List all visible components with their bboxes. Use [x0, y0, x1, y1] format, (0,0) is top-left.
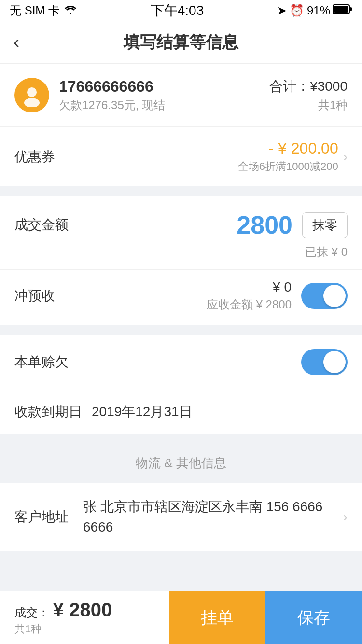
prepay-receivable: 应收金额 ¥ 2800 — [207, 297, 292, 312]
address-chevron-icon: › — [343, 509, 348, 525]
arrears-label: 本单赊欠 — [14, 353, 69, 371]
logistics-line-left — [14, 463, 126, 463]
chevron-right-icon: › — [343, 149, 348, 165]
prepay-amount: ¥ 0 — [207, 280, 292, 295]
bottom-deal-line: 成交： ¥ 2800 — [14, 599, 154, 621]
prepay-right: ¥ 0 应收金额 ¥ 2800 — [207, 280, 348, 312]
svg-point-3 — [27, 87, 37, 97]
avatar — [14, 78, 49, 112]
deal-number: 2800 — [237, 210, 292, 239]
bottom-count: 共1种 — [14, 622, 154, 636]
coupon-label: 优惠券 — [14, 148, 55, 166]
content: 17666666666 欠款1276.35元, 现结 合计：¥3000 共1种 … — [0, 64, 362, 618]
customer-row: 17666666666 欠款1276.35元, 现结 合计：¥3000 共1种 — [0, 64, 362, 126]
save-button[interactable]: 保存 — [265, 591, 362, 644]
address-row[interactable]: 客户地址 张 北京市市辖区海淀区永丰南 156 6666 6666 › — [0, 483, 362, 551]
prepay-value-block: ¥ 0 应收金额 ¥ 2800 — [207, 280, 292, 312]
bottom-summary: 成交： ¥ 2800 共1种 — [0, 599, 169, 636]
deal-right: 2800 抹零 — [237, 210, 348, 239]
page-title: 填写结算等信息 — [124, 31, 238, 54]
customer-info: 17666666666 欠款1276.35元, 现结 — [59, 78, 165, 113]
deal-amount-row: 成交金额 2800 抹零 — [0, 196, 362, 244]
prepay-row: 冲预收 ¥ 0 应收金额 ¥ 2800 — [0, 269, 362, 325]
bottom-deal-label: 成交： — [14, 606, 49, 619]
logistics-header: 物流 & 其他信息 — [0, 443, 362, 483]
customer-right: 合计：¥3000 共1种 — [269, 77, 348, 113]
deal-amount-card: 成交金额 2800 抹零 已抹 ¥ 0 冲预收 ¥ 0 应收金额 ¥ 2800 — [0, 196, 362, 325]
coupon-value-block: - ¥ 200.00 全场6折满1000减200 — [238, 140, 338, 174]
due-date-label: 收款到期日 — [14, 403, 82, 421]
svg-rect-1 — [350, 7, 352, 11]
svg-rect-2 — [334, 6, 348, 13]
address-value: 张 北京市市辖区海淀区永丰南 156 6666 6666 — [83, 497, 343, 537]
status-time: 下午4:03 — [151, 1, 204, 20]
coupon-discount: - ¥ 200.00 — [238, 140, 338, 157]
customer-left: 17666666666 欠款1276.35元, 现结 — [14, 78, 165, 113]
prepay-label: 冲预收 — [14, 287, 55, 305]
customer-phone: 17666666666 — [59, 78, 165, 96]
address-label: 客户地址 — [14, 508, 69, 526]
logistics-line-right — [236, 463, 348, 463]
wifi-icon — [64, 4, 77, 17]
total-count: 共1种 — [269, 98, 348, 113]
pending-button[interactable]: 挂单 — [169, 591, 265, 644]
sim-status: 无 SIM 卡 — [10, 3, 60, 18]
battery-level: 91% — [307, 4, 330, 17]
customer-card: 17666666666 欠款1276.35元, 现结 合计：¥3000 共1种 … — [0, 64, 362, 186]
customer-debt: 欠款1276.35元, 现结 — [59, 98, 165, 113]
bottom-deal-amount: ¥ 2800 — [53, 599, 112, 620]
coupon-row[interactable]: 优惠券 - ¥ 200.00 全场6折满1000减200 › — [0, 126, 362, 186]
arrears-row: 本单赊欠 — [0, 335, 362, 390]
status-right: ➤ ⏰ 91% — [277, 4, 352, 17]
bottom-bar: 成交： ¥ 2800 共1种 挂单 保存 — [0, 591, 362, 644]
status-bar: 无 SIM 卡 下午4:03 ➤ ⏰ 91% — [0, 0, 362, 21]
deal-amount-label: 成交金额 — [14, 216, 69, 234]
svg-point-4 — [24, 98, 40, 107]
back-button[interactable]: ‹ — [14, 32, 19, 53]
arrears-toggle[interactable] — [301, 349, 348, 375]
alarm-icon: ⏰ — [290, 4, 304, 17]
prepay-toggle[interactable] — [301, 283, 348, 309]
status-left: 无 SIM 卡 — [10, 3, 77, 18]
total-amount: 合计：¥3000 — [269, 77, 348, 96]
round-button[interactable]: 抹零 — [302, 212, 348, 238]
coupon-desc: 全场6折满1000减200 — [238, 159, 338, 174]
toggle-knob — [323, 285, 346, 307]
arrears-toggle-knob — [323, 351, 346, 373]
arrears-card: 本单赊欠 收款到期日 2019年12月31日 — [0, 335, 362, 434]
logistics-title: 物流 & 其他信息 — [136, 455, 226, 472]
battery-icon — [333, 4, 352, 17]
due-date-value: 2019年12月31日 — [92, 403, 193, 421]
coupon-right: - ¥ 200.00 全场6折满1000减200 › — [238, 140, 348, 174]
due-date-row: 收款到期日 2019年12月31日 — [0, 390, 362, 434]
deal-subtotal: 已抹 ¥ 0 — [0, 244, 362, 269]
nav-bar: ‹ 填写结算等信息 — [0, 21, 362, 64]
location-icon: ➤ — [277, 4, 287, 17]
